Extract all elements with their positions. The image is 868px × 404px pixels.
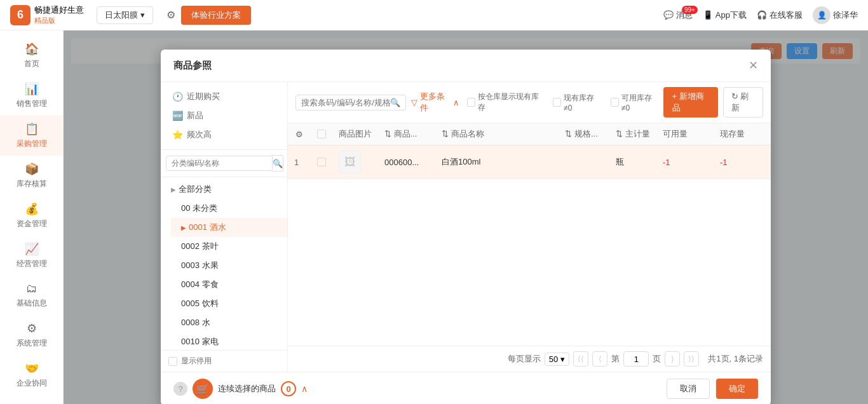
next-page-button[interactable]: ⟩ <box>665 351 680 367</box>
product-table-wrap: ⚙ 商品图片 ⇅ <box>288 123 771 346</box>
row-image: 🖼 <box>332 145 378 179</box>
phone-icon: 📱 <box>703 10 713 20</box>
last-page-button[interactable]: ⟩⟩ <box>684 351 699 367</box>
inventory-icon: 📦 <box>25 162 39 176</box>
more-filter-button[interactable]: ▽ 更多条件 ∧ <box>411 91 459 114</box>
clock-icon: 🕐 <box>172 91 183 102</box>
sidebar: 🏠 首页 📊 销售管理 📋 采购管理 📦 库存核算 💰 资金管理 📈 经营管理 … <box>0 30 64 404</box>
logo-text: 畅捷通好生意 精品版 <box>34 4 84 25</box>
logo: 6 畅捷通好生意 精品版 <box>10 4 84 25</box>
tree-item-snack[interactable]: 0004 零食 <box>171 275 287 294</box>
show-disabled-checkbox[interactable] <box>168 357 177 366</box>
purchase-icon: 📋 <box>25 122 39 136</box>
cart-button[interactable]: 🛒 <box>193 379 213 399</box>
dropdown-icon: ▾ <box>560 354 565 364</box>
tree-item-fruit[interactable]: 0003 水果 <box>171 256 287 275</box>
modal-overlay: 商品参照 ✕ 🕐 近期购买 🆕 <box>64 30 868 404</box>
sidebar-item-guide[interactable]: 📖 新手引导 <box>0 395 63 404</box>
th-settings[interactable]: ⚙ <box>288 123 311 145</box>
th-name[interactable]: ⇅ 商品名称 <box>435 123 559 145</box>
table-row[interactable]: 1 🖼 000600... 白酒100ml 瓶 -1 -1 <box>288 145 771 179</box>
tree-item-liquor[interactable]: ▶ 0001 酒水 <box>171 218 287 237</box>
product-search-input[interactable] <box>301 98 390 107</box>
show-disabled-option[interactable]: 显示停用 <box>168 356 280 367</box>
row-checkbox[interactable] <box>311 145 332 179</box>
sidebar-item-collab[interactable]: 🤝 企业协同 <box>0 355 63 395</box>
tab-recent[interactable]: 🕐 近期购买 <box>166 87 282 106</box>
warehouse-selector[interactable]: 日太阳膜 ▾ <box>97 6 153 24</box>
tree-item-appliance[interactable]: 0010 家电 <box>171 332 287 350</box>
footer-left: ? 🛒 连续选择的商品 0 ∧ <box>173 379 308 399</box>
modal-body: 🕐 近期购买 🆕 新品 ⭐ 频次高 <box>161 82 771 372</box>
sidebar-item-home[interactable]: 🏠 首页 <box>0 36 63 76</box>
collapse-footer-button[interactable]: ∧ <box>301 384 308 394</box>
modal-close-button[interactable]: ✕ <box>749 58 758 72</box>
row-code: 000600... <box>378 145 435 179</box>
operations-icon: 📈 <box>25 242 39 256</box>
th-select-all[interactable] <box>311 123 332 145</box>
th-unit[interactable]: ⇅ 主计量 <box>609 123 656 145</box>
sidebar-item-system[interactable]: ⚙ 系统管理 <box>0 315 63 355</box>
category-search-input[interactable] <box>166 156 273 171</box>
cancel-button[interactable]: 取消 <box>667 379 710 399</box>
home-icon: 🏠 <box>25 42 39 56</box>
message-icon: 💬 <box>663 10 674 20</box>
settings-icon[interactable]: ⚙ <box>161 5 181 25</box>
tab-new[interactable]: 🆕 新品 <box>166 106 282 125</box>
first-page-button[interactable]: ⟨⟨ <box>573 351 588 367</box>
sort-icon-name: ⇅ <box>442 129 451 138</box>
category-search-button[interactable]: 🔍 <box>273 155 283 172</box>
sidebar-item-inventory[interactable]: 📦 库存核算 <box>0 156 63 196</box>
user-menu[interactable]: 👤 徐泽华 <box>813 6 858 24</box>
refresh-button[interactable]: ↻ 刷新 <box>723 87 763 118</box>
tree-item-water[interactable]: 0008 水 <box>171 313 287 332</box>
tree-item-tea[interactable]: 0002 茶叶 <box>171 237 287 256</box>
chevron-down-icon: ▾ <box>140 10 145 20</box>
logo-icon: 6 <box>10 5 31 25</box>
warehouse-stock-checkbox[interactable]: 按仓库显示现有库存 <box>467 91 543 113</box>
add-product-button[interactable]: + 新增商品 <box>663 87 718 118</box>
sidebar-item-operations[interactable]: 📈 经营管理 <box>0 236 63 276</box>
th-image: 商品图片 <box>332 123 378 145</box>
right-toolbar: 🔍 ▽ 更多条件 ∧ 按仓库显示现有库存 <box>288 82 771 123</box>
modal-header: 商品参照 ✕ <box>161 50 771 82</box>
app-download-button[interactable]: 📱 App下载 <box>703 10 747 21</box>
finance-icon: 💰 <box>25 202 39 216</box>
row-num: 1 <box>288 145 311 179</box>
tree-subtree: 00 未分类 ▶ 0001 酒水 0002 茶叶 0 <box>161 199 287 350</box>
page-number-input[interactable] <box>623 351 649 367</box>
tree-item-drink[interactable]: 0005 饮料 <box>171 294 287 313</box>
help-button[interactable]: ? <box>173 382 187 396</box>
th-avail[interactable]: 可用量 <box>656 123 714 145</box>
row-spec <box>559 145 609 179</box>
experience-button[interactable]: 体验行业方案 <box>181 6 251 25</box>
confirm-button[interactable]: 确定 <box>716 379 758 399</box>
prev-page-button[interactable]: ⟨ <box>592 351 607 367</box>
product-search-wrap: 🔍 <box>295 95 406 111</box>
tree-item-all[interactable]: ▶ 全部分类 <box>161 180 287 199</box>
avail-stock-checkbox[interactable]: 可用库存≠0 <box>611 93 658 112</box>
sidebar-item-sales[interactable]: 📊 销售管理 <box>0 76 63 116</box>
chevron-right-icon: ▶ <box>171 186 176 193</box>
filter-checkboxes: 按仓库显示现有库存 现有库存≠0 可用库存≠0 <box>467 91 658 113</box>
messages-button[interactable]: 💬 消息 99+ <box>663 10 693 21</box>
guide-icon: 📖 <box>25 401 39 404</box>
selected-count-badge: 0 <box>281 381 296 396</box>
sort-icon-spec: ⇅ <box>565 129 574 138</box>
customer-service-button[interactable]: 🎧 在线客服 <box>757 10 803 21</box>
tree-item-uncategorized[interactable]: 00 未分类 <box>171 199 287 218</box>
row-stock: -1 <box>714 145 771 179</box>
sidebar-item-purchase[interactable]: 📋 采购管理 <box>0 116 63 156</box>
nonzero-stock-checkbox[interactable]: 现有库存≠0 <box>553 93 600 112</box>
tab-frequent[interactable]: ⭐ 频次高 <box>166 125 282 144</box>
main-content: 查询 设置 刷新 商品参照 ✕ 🕐 <box>64 30 868 404</box>
sort-icon: ⇅ <box>384 129 394 138</box>
sidebar-item-basic[interactable]: 🗂 基础信息 <box>0 276 63 315</box>
th-spec[interactable]: ⇅ 规格... <box>559 123 609 145</box>
search-button[interactable]: 🔍 <box>390 98 400 107</box>
sidebar-item-finance[interactable]: 💰 资金管理 <box>0 196 63 236</box>
th-code[interactable]: ⇅ 商品... <box>378 123 435 145</box>
per-page-select[interactable]: 50 ▾ <box>545 353 569 366</box>
sales-icon: 📊 <box>25 82 39 96</box>
filter-icon: ▽ <box>411 98 417 107</box>
